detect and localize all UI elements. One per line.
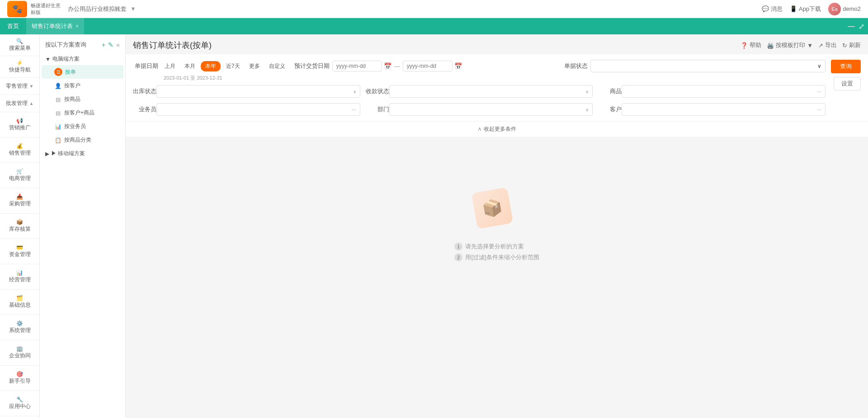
basicinfo-icon: 🗂️ xyxy=(0,295,39,301)
calendar-from-icon: 📅 xyxy=(384,62,392,70)
scheme-item-by-order[interactable]: ☰ 按单 xyxy=(42,65,123,79)
sidebar: 🔍 搜索菜单 ⚡ 快捷导航 零售管理 ▼ 批发管理 ▲ 📢 营销推广 💰 销售管… xyxy=(0,34,40,418)
delivery-date-to-input[interactable] xyxy=(403,61,453,71)
empty-tips: 1 请先选择要分析的方案 2 用[过滤]条件来缩小分析范围 xyxy=(454,242,539,264)
pay-status-filter: 收款状态 ∨ xyxy=(366,85,593,98)
sidebar-item-retail[interactable]: 零售管理 ▼ xyxy=(0,78,39,95)
sidebar-item-appcenter[interactable]: 🔧 应用中心 xyxy=(0,391,39,416)
date-range-text: 2023-01-01 至 2023-12-31 xyxy=(164,74,826,81)
goods-scheme-icon: ▤ xyxy=(54,96,61,103)
scheme-item-by-salesman[interactable]: 📊 按业务员 xyxy=(42,120,123,133)
sidebar-item-wechat[interactable]: 💬 企业微信 xyxy=(0,416,39,418)
message-icon: 💬 xyxy=(762,5,769,12)
customer-filter: 客户 ··· xyxy=(598,103,826,116)
empty-state: 📦 1 请先选择要分析的方案 2 用[过滤]条件来缩小分析范围 xyxy=(126,137,868,318)
breadcrumb-arrow: ▼ xyxy=(130,5,136,12)
query-button[interactable]: 查询 xyxy=(831,60,861,73)
right-panel: 销售订单统计表(按单) ❓ 帮助 🖨️ 按模板打印 ▼ ↗ 导出 xyxy=(126,34,868,418)
pay-status-select[interactable]: ∨ xyxy=(389,85,593,98)
quick-nav-btn[interactable]: ⚡ 快捷导航 xyxy=(0,56,39,78)
date-filter-group: 上月 本月 本年 近7天 更多 自定义 xyxy=(161,61,289,71)
chevron-down-icon: ▼ xyxy=(45,56,51,62)
sidebar-item-ecommerce[interactable]: 🛒 电商管理 xyxy=(0,163,39,188)
dept-filter: 部门 ∨ xyxy=(366,103,593,116)
collapse-panel-btn[interactable]: « xyxy=(116,41,120,48)
operations-icon: 📊 xyxy=(0,270,39,276)
tab-home[interactable]: 首页 xyxy=(0,18,26,34)
marketing-icon: 📢 xyxy=(0,118,39,124)
search-menu-btn[interactable]: 🔍 搜索菜单 xyxy=(0,34,39,56)
empty-tip-2: 2 用[过滤]条件来缩小分析范围 xyxy=(454,253,539,261)
empty-image: 📦 xyxy=(474,190,519,235)
finance-icon: 💳 xyxy=(0,244,39,251)
sidebar-item-wholesale[interactable]: 批发管理 ▲ xyxy=(0,95,39,112)
scheme-item-by-goods[interactable]: ▤ 按商品 xyxy=(42,93,123,106)
more-date-btn[interactable]: 更多 xyxy=(245,61,264,71)
print-btn[interactable]: 🖨️ 按模板打印 ▼ xyxy=(767,41,813,49)
print-icon: 🖨️ xyxy=(767,42,774,49)
sidebar-item-marketing[interactable]: 📢 营销推广 xyxy=(0,112,39,138)
customer-input[interactable]: ··· xyxy=(622,103,826,116)
export-icon: ↗ xyxy=(818,42,823,49)
app-download-btn[interactable]: 📱 App下载 xyxy=(790,5,821,13)
enterprise-icon: 🏢 xyxy=(0,346,39,352)
empty-illustration: 📦 xyxy=(472,187,514,229)
refresh-btn[interactable]: ↻ 刷新 xyxy=(842,41,861,49)
edit-scheme-btn[interactable]: ✎ xyxy=(108,41,113,48)
filter-row-1: 单据日期 上月 本月 本年 近7天 更多 自定义 xyxy=(133,60,826,72)
last-7days-btn[interactable]: 近7天 xyxy=(222,61,244,71)
help-btn[interactable]: ❓ 帮助 xyxy=(741,41,761,49)
maximize-icon[interactable]: ⤢ xyxy=(859,22,864,31)
sidebar-item-system[interactable]: ⚙️ 系统管理 xyxy=(0,315,39,340)
goods-input[interactable]: ··· xyxy=(622,85,826,98)
scheme-item-by-goods-cat[interactable]: 📋 按商品分类 xyxy=(42,133,123,147)
sidebar-item-basicinfo[interactable]: 🗂️ 基础信息 xyxy=(0,290,39,315)
search-icon: 🔍 xyxy=(0,38,39,44)
user-menu[interactable]: Ea demo2 xyxy=(828,3,861,15)
minimize-icon[interactable]: — xyxy=(848,22,855,30)
collapse-conditions-btn[interactable]: ∧ 收起更多条件 xyxy=(477,126,516,132)
sidebar-item-newguide[interactable]: 🎯 新手引导 xyxy=(0,366,39,391)
this-year-btn[interactable]: 本年 xyxy=(201,61,221,71)
this-month-btn[interactable]: 本月 xyxy=(181,61,199,71)
query-buttons: 查询 设置 xyxy=(826,60,861,90)
tip-num-2: 2 xyxy=(454,253,462,261)
mobile-scheme-section[interactable]: ▶ ▶ 移动端方案 xyxy=(40,147,125,160)
scheme-item-by-customer[interactable]: 👤 按客户 xyxy=(42,79,123,92)
appcenter-icon: 🔧 xyxy=(0,396,39,403)
sidebar-item-purchase[interactable]: 📥 采购管理 xyxy=(0,188,39,214)
out-status-filter: 出库状态 ∨ xyxy=(133,85,360,98)
custom-date-btn[interactable]: 自定义 xyxy=(265,61,289,71)
tab-close-btn[interactable]: × xyxy=(75,23,79,29)
filter-query-area: 单据日期 上月 本月 本年 近7天 更多 自定义 xyxy=(126,54,868,137)
sidebar-item-operations[interactable]: 📊 经营管理 xyxy=(0,264,39,290)
tabbar: 首页 销售订单统计表 × — ⤢ xyxy=(0,18,868,34)
goods-cat-scheme-icon: 📋 xyxy=(54,137,61,144)
page-title: 销售订单统计表(按单) xyxy=(133,40,212,51)
sidebar-item-sales[interactable]: 💰 销售管理 xyxy=(0,138,39,163)
sidebar-item-enterprise[interactable]: 🏢 企业协同 xyxy=(0,340,39,366)
customer-dots-icon: ··· xyxy=(817,106,821,113)
breadcrumb-title: 办公用品行业模拟账套 xyxy=(68,5,127,13)
out-status-select[interactable]: ∨ xyxy=(156,85,360,98)
export-btn[interactable]: ↗ 导出 xyxy=(818,41,837,49)
chevron-up-icon: ▲ xyxy=(29,101,34,106)
salesman-input[interactable]: ··· xyxy=(156,103,360,116)
logo-icon: 🐾 xyxy=(12,4,22,14)
pc-section-title-btn[interactable]: ▼ 电脑端方案 xyxy=(40,53,125,65)
message-btn[interactable]: 💬 消息 xyxy=(762,5,783,13)
delivery-date-from-input[interactable] xyxy=(332,61,382,71)
sidebar-item-finance[interactable]: 💳 资金管理 xyxy=(0,239,39,264)
last-month-btn[interactable]: 上月 xyxy=(161,61,179,71)
tab-sales-order[interactable]: 销售订单统计表 × xyxy=(26,18,84,34)
nav-icon: ⚡ xyxy=(0,60,39,66)
add-scheme-btn[interactable]: + xyxy=(102,41,105,48)
status-select[interactable]: ∨ xyxy=(590,60,826,72)
dept-select[interactable]: ∨ xyxy=(389,103,593,116)
sidebar-item-inventory[interactable]: 📦 库存核算 xyxy=(0,214,39,239)
scheme-panel-header: 按以下方案查询 + ✎ « xyxy=(40,38,125,52)
date-filter-item: 单据日期 上月 本月 本年 近7天 更多 自定义 xyxy=(133,61,289,71)
set-button[interactable]: 设置 xyxy=(834,77,861,90)
scheme-item-by-customer-goods[interactable]: ▤ 按客户+商品 xyxy=(42,106,123,119)
dept-arrow-icon: ∨ xyxy=(585,107,589,112)
